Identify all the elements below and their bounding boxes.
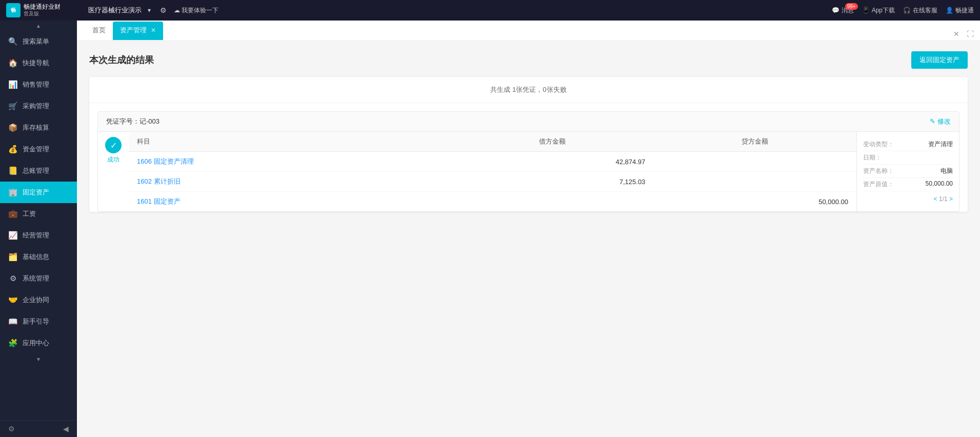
experience-button[interactable]: ☁ 我要体验一下 [174, 6, 218, 15]
col-credit-header: 贷方金额 [653, 132, 856, 152]
logo-area: 畅 畅捷通好业财 普及版 [6, 3, 83, 17]
pagination-row: < 1/1 > [863, 191, 953, 203]
header-center: 医疗器械行业演示 ▾ ⚙ ☁ 我要体验一下 [83, 5, 832, 15]
tab-close-button[interactable]: ✕ [151, 27, 156, 34]
inventory-icon: 📦 [8, 123, 17, 132]
settings-gear-button[interactable]: ⚙ [157, 5, 170, 15]
type-value: 资产清理 [928, 140, 953, 149]
sidebar-item-purchase[interactable]: 🛒 采购管理 [0, 95, 77, 117]
subject-cell: 1602 累计折旧 [129, 172, 451, 192]
sidebar-collaboration-label: 企业协同 [23, 295, 49, 305]
tab-home[interactable]: 首页 [85, 22, 113, 40]
success-icon: ✓ [105, 137, 122, 153]
sidebar-app-center-label: 应用中心 [23, 339, 49, 348]
sidebar-collapse-button[interactable]: ◀ [63, 425, 69, 433]
sidebar-base-info-label: 基础信息 [23, 252, 49, 262]
table-row: 1602 累计折旧 7,125.03 [129, 172, 856, 192]
online-support-button[interactable]: 🎧 在线客服 [903, 6, 937, 15]
voucher-info-panel: 变动类型： 资产清理 日期： 资产名称： 电脑 [856, 132, 959, 211]
sidebar-guide-label: 新手引导 [23, 317, 49, 326]
sidebar-funds-label: 资金管理 [23, 145, 49, 154]
table-row: 1601 固定资产 50,000.00 [129, 192, 856, 212]
debit-cell: 42,874.97 [451, 152, 654, 172]
sidebar-settings-button[interactable]: ⚙ [8, 425, 15, 433]
voucher-header: 凭证字号：记-003 ✎ 修改 [98, 112, 959, 132]
company-dropdown-button[interactable]: ▾ [146, 6, 153, 15]
system-icon: ⚙ [8, 274, 17, 283]
payroll-icon: 💼 [8, 209, 17, 218]
voucher-number: 凭证字号：记-003 [106, 117, 159, 126]
sales-icon: 📊 [8, 80, 17, 89]
voucher-table: 科目 借方金额 贷方金额 1606 固定资产清理 42,874.97 [129, 132, 856, 211]
messages-button[interactable]: 💬 消息 99+ [832, 6, 854, 15]
funds-icon: 💰 [8, 145, 17, 154]
sidebar-inventory-label: 库存核算 [23, 123, 49, 132]
main-layout: ▲ 🔍 搜索菜单 🏠 快捷导航 📊 销售管理 🛒 采购管理 📦 库存核算 💰 资… [0, 21, 980, 437]
page-content: ✕ ⛶ 本次生成的结果 返回固定资产 共生成 1张凭证，0张失败 凭证字号：记-… [77, 41, 980, 437]
content-area: 首页 资产管理 ✕ ✕ ⛶ 本次生成的结果 返回固定资产 共生成 1 [77, 21, 980, 437]
sidebar-item-ledger[interactable]: 📒 总账管理 [0, 160, 77, 182]
info-row-asset-name: 资产名称： 电脑 [863, 165, 953, 178]
tab-asset-management-label: 资产管理 [120, 26, 147, 35]
sidebar-item-operations[interactable]: 📈 经营管理 [0, 225, 77, 246]
debit-cell [451, 192, 654, 212]
edit-voucher-button[interactable]: ✎ 修改 [930, 117, 951, 126]
voucher-table-wrap: 科目 借方金额 贷方金额 1606 固定资产清理 42,874.97 [129, 132, 856, 211]
date-label: 日期： [863, 153, 882, 162]
type-label: 变动类型： [863, 140, 894, 149]
tab-asset-management[interactable]: 资产管理 ✕ [113, 22, 163, 40]
purchase-icon: 🛒 [8, 102, 17, 111]
guide-icon: 📖 [8, 317, 17, 326]
sidebar-item-sales[interactable]: 📊 销售管理 [0, 74, 77, 95]
sidebar-item-home[interactable]: 🏠 快捷导航 [0, 52, 77, 74]
app-download-label: App下载 [872, 6, 895, 15]
support-icon: 🎧 [903, 7, 911, 14]
voucher-status-cell: ✓ 成功 [98, 132, 129, 211]
sidebar-ledger-label: 总账管理 [23, 166, 49, 175]
user-menu-button[interactable]: 👤 畅捷通 [946, 6, 974, 15]
sidebar-footer: ⚙ ◀ [0, 420, 77, 437]
pagination-next-button[interactable]: > [949, 195, 953, 203]
page-title: 本次生成的结果 [89, 54, 154, 66]
sidebar-purchase-label: 采购管理 [23, 102, 49, 111]
ledger-icon: 📒 [8, 166, 17, 175]
sidebar-item-search[interactable]: 🔍 搜索菜单 [0, 31, 77, 52]
collaboration-icon: 🤝 [8, 295, 17, 305]
sidebar-scroll-down[interactable]: ▼ [0, 354, 77, 364]
sidebar-item-base-info[interactable]: 🗂️ 基础信息 [0, 246, 77, 268]
operations-icon: 📈 [8, 231, 17, 240]
sidebar-item-system[interactable]: ⚙ 系统管理 [0, 268, 77, 289]
info-row-original-value: 资产原值： 50,000.00 [863, 178, 953, 191]
tabs-bar: 首页 资产管理 ✕ [77, 21, 980, 41]
logo-text-group: 畅捷通好业财 普及版 [24, 3, 61, 17]
sidebar-scroll-up[interactable]: ▲ [0, 21, 77, 31]
sidebar-item-funds[interactable]: 💰 资金管理 [0, 138, 77, 160]
status-text: 成功 [103, 155, 124, 164]
sidebar-item-payroll[interactable]: 💼 工资 [0, 203, 77, 225]
sidebar-item-fixed-assets[interactable]: 🏢 固定资产 [0, 182, 77, 203]
info-row-date: 日期： [863, 151, 953, 165]
sidebar-item-app-center[interactable]: 🧩 应用中心 [0, 332, 77, 354]
app-download-icon: 📱 [862, 7, 870, 14]
sidebar-home-label: 快捷导航 [23, 58, 49, 68]
pagination-prev-button[interactable]: < [934, 195, 937, 203]
subject-cell: 1601 固定资产 [129, 192, 451, 212]
message-icon: 💬 [832, 7, 839, 14]
subject-cell: 1606 固定资产清理 [129, 152, 451, 172]
voucher-section: 凭证字号：记-003 ✎ 修改 ✓ 成功 [97, 111, 959, 212]
sidebar-item-collaboration[interactable]: 🤝 企业协同 [0, 289, 77, 311]
app-download-button[interactable]: 📱 App下载 [862, 6, 895, 15]
return-fixed-assets-button[interactable]: 返回固定资产 [911, 51, 968, 69]
col-debit-header: 借方金额 [451, 132, 654, 152]
original-value-value: 50,000.00 [926, 180, 953, 189]
app-center-icon: 🧩 [8, 339, 17, 348]
summary-text: 共生成 1张凭证，0张失败 [490, 86, 566, 93]
logo-title: 畅捷通好业财 [24, 3, 61, 10]
sidebar-search-label: 搜索菜单 [23, 37, 49, 46]
table-row: 1606 固定资产清理 42,874.97 [129, 152, 856, 172]
debit-cell: 7,125.03 [451, 172, 654, 192]
original-value-label: 资产原值： [863, 180, 894, 189]
sidebar-item-inventory[interactable]: 📦 库存核算 [0, 117, 77, 138]
message-badge: 99+ [845, 3, 858, 10]
sidebar-item-guide[interactable]: 📖 新手引导 [0, 311, 77, 332]
